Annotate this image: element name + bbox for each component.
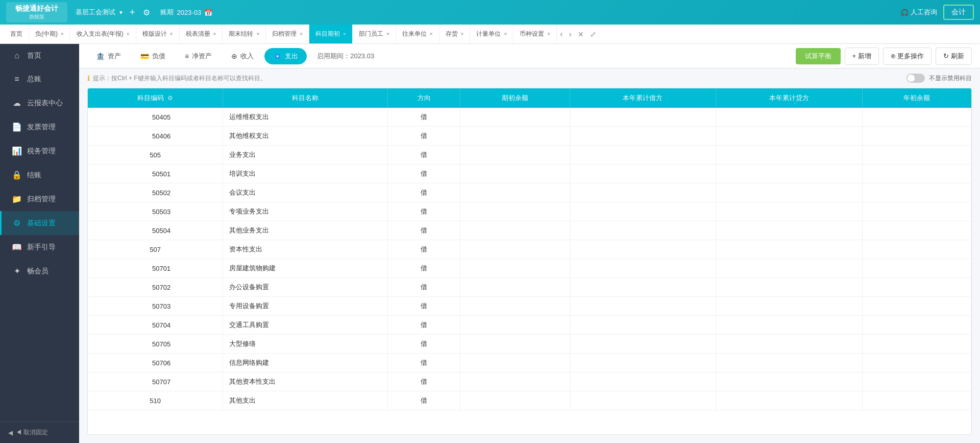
calendar-icon[interactable]: 📅: [204, 9, 212, 16]
table-row[interactable]: 50405运维维权支出借: [88, 108, 971, 127]
cell-opening-balance: [460, 221, 570, 240]
tab-subject-period-close[interactable]: ×: [343, 31, 346, 37]
tab-dept[interactable]: 部门员工 ×: [353, 25, 396, 44]
cell-direction: 借: [388, 202, 460, 221]
table-row[interactable]: 50704交通工具购置借: [88, 316, 971, 335]
project-chevron-icon: ▼: [118, 10, 124, 15]
cell-name: 业务支出: [223, 146, 388, 165]
user-role-button[interactable]: 会计: [943, 5, 974, 20]
tab-unit[interactable]: 往来单位 ×: [396, 25, 439, 44]
project-selector[interactable]: 基层工会测试 ▼: [76, 8, 124, 17]
toolbar: 试算平衡 + 新增 ⊕ 更多操作 ↻ 刷新: [796, 48, 972, 65]
cell-opening-balance: [460, 391, 570, 410]
tab-close-all-button[interactable]: ✕: [575, 25, 587, 44]
table-row[interactable]: 50504其他业务支出借: [88, 221, 971, 240]
table-row[interactable]: 510其他支出借: [88, 391, 971, 410]
sub-tab-income[interactable]: ⊕ 收入: [223, 48, 262, 64]
tab-tax[interactable]: 税表清册 ×: [180, 25, 223, 44]
sidebar-collapse-button[interactable]: ◀ ◀ 取消固定: [0, 422, 79, 443]
calc-balance-button[interactable]: 试算平衡: [796, 48, 841, 64]
cell-year-opening: [863, 278, 971, 297]
tab-income-annual-close[interactable]: ×: [127, 31, 130, 37]
tax-icon: 📊: [12, 146, 22, 156]
logo[interactable]: 畅捷通好会计 旗舰版: [6, 2, 67, 22]
table-row[interactable]: 50705大型修缮借: [88, 335, 971, 354]
table-row[interactable]: 505业务支出借: [88, 146, 971, 165]
sidebar-item-report[interactable]: ☁ 云报表中心: [0, 91, 79, 115]
table-row[interactable]: 50703专用设备购置借: [88, 297, 971, 316]
table-row[interactable]: 50702办公设备购置借: [88, 278, 971, 297]
tab-unit-measure[interactable]: 计量单位 ×: [470, 25, 513, 44]
more-actions-button[interactable]: ⊕ 更多操作: [883, 48, 932, 65]
cell-ytd-credit: [716, 127, 863, 146]
cell-code: 505: [88, 146, 223, 165]
tab-template-close[interactable]: ×: [170, 31, 173, 37]
help-button[interactable]: 🎧 人工咨询: [900, 8, 937, 17]
tab-currency-close[interactable]: ×: [547, 31, 550, 37]
tab-interim[interactable]: 负(中期) ×: [29, 25, 70, 44]
sidebar-item-ledger[interactable]: ≡ 总账: [0, 67, 79, 91]
sub-tab-asset[interactable]: 🏦 资产: [87, 48, 130, 64]
archive-icon: 📁: [12, 194, 22, 204]
sidebar-item-settings[interactable]: ⚙ 基础设置: [0, 211, 79, 235]
table-row[interactable]: 50406其他维权支出借: [88, 127, 971, 146]
show-disabled-toggle[interactable]: [906, 74, 925, 83]
net-asset-icon: ≡: [185, 52, 189, 60]
settings-icon[interactable]: ⚙: [141, 8, 152, 17]
tab-interim-close[interactable]: ×: [61, 31, 64, 37]
tab-currency[interactable]: 币种设置 ×: [513, 25, 557, 44]
tab-currency-label: 币种设置: [520, 30, 544, 38]
sidebar-item-member[interactable]: ✦ 畅会员: [0, 259, 79, 283]
tab-prev-button[interactable]: ‹: [557, 25, 566, 44]
cell-year-opening: [863, 316, 971, 335]
cell-opening-balance: [460, 202, 570, 221]
cell-ytd-debit: [570, 316, 716, 335]
sidebar-item-home[interactable]: ⌂ 首页: [0, 44, 79, 67]
table-row[interactable]: 50501培训支出借: [88, 165, 971, 183]
sidebar-item-archive[interactable]: 📁 归档管理: [0, 187, 79, 211]
tab-archive-close[interactable]: ×: [300, 31, 303, 37]
sidebar: ⌂ 首页 ≡ 总账 ☁ 云报表中心 📄 发票管理 📊 税务管理 🔒 结账 📁 归…: [0, 44, 79, 443]
tab-period-end[interactable]: 期末结转 ×: [223, 25, 266, 44]
tab-income-annual[interactable]: 收入支出表(年报) ×: [70, 25, 136, 44]
table-row[interactable]: 507资本性支出借: [88, 240, 971, 259]
tab-unit-close[interactable]: ×: [430, 31, 433, 37]
cell-name: 办公设备购置: [223, 278, 388, 297]
add-tab-button[interactable]: +: [128, 7, 137, 18]
sub-tab-expense[interactable]: 💠 支出: [264, 48, 307, 64]
tab-inventory[interactable]: 存货 ×: [439, 25, 471, 44]
table-row[interactable]: 50707其他资本性支出借: [88, 372, 971, 391]
sub-tab-expense-label: 支出: [285, 52, 298, 61]
cell-name: 会议支出: [223, 183, 388, 202]
sidebar-item-invoice[interactable]: 📄 发票管理: [0, 115, 79, 139]
cell-ytd-credit: [716, 259, 863, 278]
tab-archive[interactable]: 归档管理 ×: [266, 25, 309, 44]
tab-unit-measure-close[interactable]: ×: [504, 31, 507, 37]
sidebar-item-guide[interactable]: 📖 新手引导: [0, 235, 79, 259]
tab-expand-button[interactable]: ⤢: [587, 25, 599, 44]
col-settings-icon[interactable]: ⚙: [167, 95, 173, 102]
table-row[interactable]: 50701房屋建筑物购建借: [88, 259, 971, 278]
tab-inventory-close[interactable]: ×: [461, 31, 464, 37]
table-row[interactable]: 50502会议支出借: [88, 183, 971, 202]
tab-subject-period[interactable]: 科目期初 ×: [309, 25, 353, 44]
table-row[interactable]: 50503专项业务支出借: [88, 202, 971, 221]
refresh-button[interactable]: ↻ 刷新: [936, 48, 972, 65]
table-row[interactable]: 50706信息网络购建借: [88, 354, 971, 372]
period-info: 启用期间：2023.03: [317, 52, 374, 61]
tab-dept-close[interactable]: ×: [386, 31, 389, 37]
tab-template[interactable]: 模版设计 ×: [136, 25, 180, 44]
cell-opening-balance: [460, 165, 570, 183]
sidebar-item-tax[interactable]: 📊 税务管理: [0, 139, 79, 163]
tab-period-end-close[interactable]: ×: [256, 31, 259, 37]
collapse-icon: ◀: [8, 429, 13, 436]
invoice-icon: 📄: [12, 122, 22, 132]
sub-tab-net-asset[interactable]: ≡ 净资产: [176, 48, 220, 64]
add-button[interactable]: + 新增: [845, 48, 879, 65]
sub-tab-liability[interactable]: 💳 负债: [132, 48, 174, 64]
sidebar-item-closing[interactable]: 🔒 结账: [0, 163, 79, 187]
tab-tax-close[interactable]: ×: [213, 31, 216, 37]
col-opening-balance: 期初余额: [460, 88, 570, 108]
tab-next-button[interactable]: ›: [566, 25, 574, 44]
tab-home[interactable]: 首页: [4, 25, 29, 44]
